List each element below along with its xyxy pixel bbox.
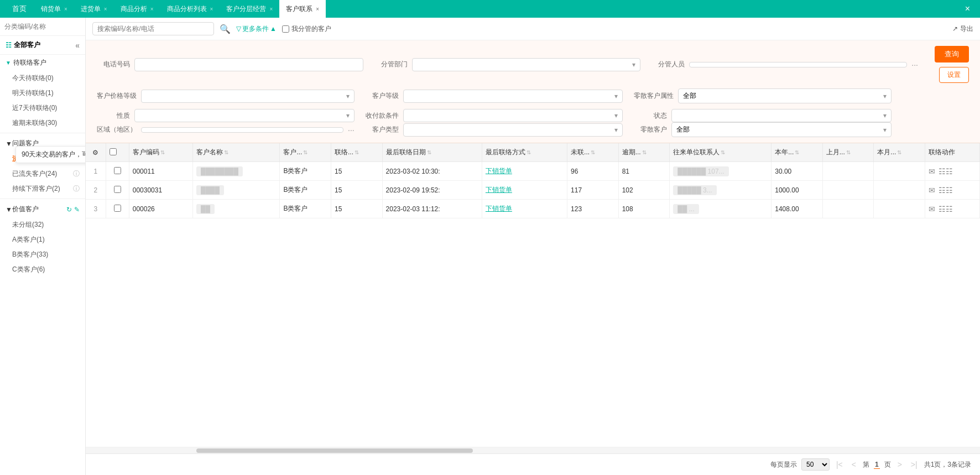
th-contact[interactable]: 联络...⇅: [331, 143, 382, 162]
prev-page-button[interactable]: <: [849, 459, 858, 470]
contact-icon[interactable]: ✉: [929, 186, 935, 195]
sidebar-item-tomorrow[interactable]: 明天待联络(1): [0, 86, 85, 101]
collapse-icon[interactable]: «: [75, 41, 80, 50]
sidebar-section-pending[interactable]: ▼ 待联络客户: [0, 55, 85, 71]
th-code[interactable]: 客户编码⇅: [129, 143, 192, 162]
last-page-button[interactable]: >|: [909, 459, 920, 470]
status-select[interactable]: ▾: [671, 109, 892, 122]
contact-icon[interactable]: ✉: [929, 167, 935, 176]
region-select[interactable]: [141, 127, 343, 133]
nav-tab-analysis-list[interactable]: 商品分析列表 ×: [160, 0, 220, 18]
more-action-icon[interactable]: ☷☷: [939, 186, 953, 195]
th-name[interactable]: 客户名称⇅: [192, 143, 279, 162]
row-code: 00030031: [129, 181, 192, 200]
edit-icon[interactable]: ✎: [74, 206, 80, 213]
th-this-month[interactable]: 本月...⇅: [874, 143, 925, 162]
sidebar-item-class-b[interactable]: B类客户(33): [0, 247, 85, 262]
customer-type-select[interactable]: ▾: [403, 123, 623, 137]
export-button[interactable]: ↗ 导出: [952, 24, 973, 34]
export-icon: ↗: [952, 25, 958, 33]
th-last-month[interactable]: 上月...⇅: [822, 143, 874, 162]
row-contact: 15: [331, 162, 382, 181]
refresh-icon[interactable]: ↻: [66, 206, 72, 213]
contact-icon[interactable]: ✉: [929, 205, 935, 213]
per-page-select[interactable]: 50 100 200: [801, 458, 830, 471]
first-page-button[interactable]: |<: [834, 459, 845, 470]
manager-select[interactable]: [689, 62, 907, 67]
dots-icon[interactable]: ···: [911, 60, 918, 69]
nav-tab-sales[interactable]: 销货单 ×: [34, 0, 74, 18]
payment-select[interactable]: ▾: [403, 109, 623, 122]
table-row: 1 000011 ████████ B类客户 15 2023-03-02 10:…: [86, 162, 980, 181]
customer-level-select[interactable]: ▾: [403, 90, 623, 103]
my-customers-filter[interactable]: 我分管的客户: [282, 24, 331, 34]
sidebar-item-class-a[interactable]: A类客户(1): [0, 232, 85, 247]
scrollbar-thumb[interactable]: [196, 448, 473, 453]
th-settings[interactable]: ⚙: [86, 143, 106, 162]
close-all-button[interactable]: ×: [960, 4, 976, 14]
row-last-method[interactable]: 下销货单: [482, 200, 567, 218]
more-conditions-button[interactable]: ▽ 更多条件 ▲: [236, 24, 277, 34]
close-icon[interactable]: ×: [104, 6, 107, 12]
sidebar-search-input[interactable]: [4, 23, 86, 30]
more-action-icon[interactable]: ☷☷: [939, 167, 953, 176]
advanced-filter-panel: 电话号码 分管部门 ▾ 分管人员 ···: [86, 40, 980, 143]
th-uncontact[interactable]: 未联...⇅: [567, 143, 619, 162]
th-type[interactable]: 客户...⇅: [280, 143, 331, 162]
sidebar-item-declining[interactable]: 持续下滑客户(2) ⓘ: [0, 181, 85, 196]
table-container: ⚙ 客户编码⇅ 客户名称⇅ 客户...⇅ 联络...⇅: [86, 143, 980, 447]
next-page-button[interactable]: >: [895, 459, 904, 470]
close-icon[interactable]: ×: [150, 6, 154, 12]
th-this-year[interactable]: 本年...⇅: [772, 143, 823, 162]
sidebar-item-class-c[interactable]: C类客户(6): [0, 262, 85, 277]
dots-icon[interactable]: ···: [348, 126, 355, 134]
query-button[interactable]: 查询: [935, 46, 969, 62]
sidebar-item-7days[interactable]: 近7天待联络(0): [0, 101, 85, 116]
nav-tab-customer-contact[interactable]: 客户联系 ×: [279, 0, 326, 18]
chevron-down-icon: ▾: [614, 126, 618, 134]
grid-icon: ☷: [6, 41, 12, 49]
sidebar-all-customers[interactable]: ☷ 全部客户 «: [0, 36, 85, 55]
sidebar-section-value[interactable]: ▼ 价值客户 ↻ ✎: [0, 201, 85, 217]
row-checkbox[interactable]: [106, 162, 129, 181]
th-overdue[interactable]: 逾期...⇅: [618, 143, 670, 162]
search-input[interactable]: [92, 22, 214, 35]
sidebar-item-today[interactable]: 今天待联络(0): [0, 71, 85, 86]
chevron-down-icon: ▾: [614, 92, 618, 100]
row-select-checkbox[interactable]: [114, 205, 121, 212]
close-icon[interactable]: ×: [269, 6, 273, 12]
sidebar-item-overdue[interactable]: 逾期未联络(30): [0, 116, 85, 131]
th-last-date[interactable]: 最后联络日期⇅: [382, 143, 482, 162]
retail-attr-select[interactable]: 全部 ▾: [678, 88, 892, 103]
nature-select[interactable]: ▾: [134, 109, 355, 122]
my-customers-checkbox[interactable]: [282, 25, 289, 33]
chevron-down-icon: ▾: [883, 126, 887, 134]
nav-home[interactable]: 首页: [4, 0, 34, 18]
row-checkbox[interactable]: [106, 181, 129, 200]
more-action-icon[interactable]: ☷☷: [939, 205, 953, 213]
nav-tab-customer-layer[interactable]: 客户分层经营 ×: [220, 0, 279, 18]
setting-button[interactable]: 设置: [939, 67, 969, 83]
sidebar-item-lost[interactable]: 已流失客户(24) ⓘ: [0, 166, 85, 181]
close-icon[interactable]: ×: [316, 6, 319, 12]
horizontal-scrollbar[interactable]: [86, 447, 980, 453]
price-level-select[interactable]: ▾: [141, 90, 355, 103]
close-icon[interactable]: ×: [64, 6, 67, 12]
row-last-method[interactable]: 下销货单: [482, 162, 567, 181]
retail-customer-select[interactable]: 全部 ▾: [671, 122, 892, 137]
th-contact2[interactable]: 往来单位联系人⇅: [670, 143, 772, 162]
dept-select[interactable]: ▾: [412, 58, 641, 71]
nav-tab-purchase[interactable]: 进货单 ×: [74, 0, 114, 18]
close-icon[interactable]: ×: [210, 6, 213, 12]
select-all-checkbox[interactable]: [110, 148, 117, 155]
row-last-method[interactable]: 下销货单: [482, 181, 567, 200]
phone-input[interactable]: [134, 58, 363, 71]
sidebar-item-ungroup[interactable]: 未分组(32): [0, 217, 85, 232]
th-last-method[interactable]: 最后联络方式⇅: [482, 143, 567, 162]
dept-field: 分管部门 ▾: [374, 58, 641, 71]
nav-tab-analysis[interactable]: 商品分析 ×: [114, 0, 160, 18]
search-button[interactable]: 🔍: [220, 24, 231, 34]
row-select-checkbox[interactable]: [114, 167, 121, 174]
row-checkbox[interactable]: [106, 200, 129, 218]
row-select-checkbox[interactable]: [114, 186, 121, 193]
